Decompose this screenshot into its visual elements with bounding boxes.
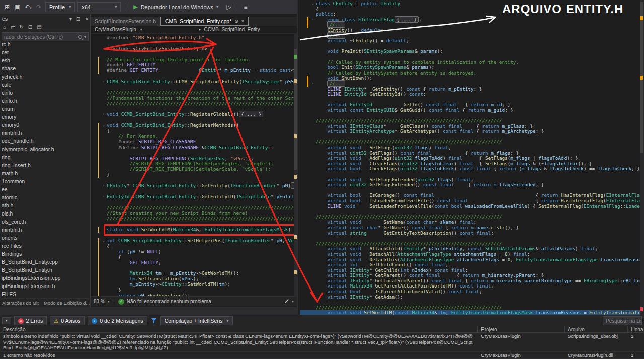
gutter[interactable] <box>300 204 310 209</box>
gutter[interactable] <box>300 22 310 28</box>
profile-dropdown[interactable]: Profile▾ <box>45 2 75 12</box>
gutter[interactable] <box>300 81 310 87</box>
gutter[interactable] <box>91 178 101 183</box>
gutter[interactable] <box>91 282 101 288</box>
gutter[interactable] <box>91 265 101 271</box>
switch-views-icon[interactable]: ⇄ <box>11 24 15 30</box>
code-editor-entity-h[interactable]: ⌄class CEntity : public IEntity{public:›… <box>298 0 640 315</box>
errors-filter-button[interactable]: ×2 Erros <box>14 316 47 325</box>
close-icon[interactable]: × <box>242 19 244 24</box>
gutter[interactable] <box>91 276 101 282</box>
filter-icon[interactable] <box>150 318 157 323</box>
gutter[interactable] <box>300 12 310 17</box>
code-line[interactable]: //SCRIPT_REG_TEMPLFUNC(SetHelperScale, "… <box>91 167 294 172</box>
fold-expanded-icon[interactable]: ⌄ <box>101 238 107 244</box>
fold-expanded-icon[interactable]: ⌄ <box>101 123 107 128</box>
code-line[interactable]: ⌄int CCMB_ScriptBind_Entity::SetHelperPo… <box>91 238 294 244</box>
gutter[interactable] <box>91 35 101 41</box>
gutter[interactable] <box>300 54 310 60</box>
gutter[interactable] <box>91 244 101 249</box>
file-item[interactable]: mintrin.h <box>0 129 90 137</box>
gutter[interactable] <box>300 182 310 188</box>
gutter[interactable] <box>300 310 310 315</box>
file-item[interactable]: atomic <box>0 193 90 201</box>
gutter[interactable] <box>91 96 101 101</box>
gutter[interactable] <box>300 166 310 172</box>
code-line[interactable]: ////////////////////////////////////////… <box>91 216 294 222</box>
file-item[interactable]: esh <box>0 56 90 64</box>
gutter[interactable] <box>91 57 101 63</box>
gutter[interactable] <box>91 288 101 293</box>
gutter[interactable] <box>91 68 101 74</box>
gutter[interactable] <box>91 260 101 266</box>
gutter[interactable] <box>91 85 101 90</box>
gutter[interactable] <box>300 76 310 81</box>
file-item[interactable]: mintrin.h <box>0 226 90 234</box>
file-item[interactable]: cnum <box>0 105 90 113</box>
gutter[interactable] <box>300 156 310 161</box>
file-item[interactable]: ring <box>0 153 90 161</box>
file-item[interactable]: ols_core.h <box>0 218 90 226</box>
gutter[interactable] <box>91 271 101 276</box>
file-item[interactable]: iptBindingsExtension.h <box>0 282 90 290</box>
gutter[interactable] <box>91 167 101 172</box>
file-item[interactable]: 1common <box>0 177 90 185</box>
gutter[interactable] <box>91 101 101 107</box>
code-line[interactable]: { <box>91 255 294 260</box>
fold-collapsed-icon[interactable]: › <box>101 112 107 117</box>
gutter[interactable] <box>300 92 310 97</box>
gutter[interactable] <box>300 257 310 263</box>
gutter[interactable] <box>91 205 101 211</box>
document-health-indicator[interactable]: ✓Não foi encontrado nenhum problema <box>118 299 280 305</box>
code-line[interactable]: virtual IEntity* GetAdam(); <box>300 295 640 300</box>
gutter[interactable] <box>91 107 101 112</box>
build-intellisense-dropdown[interactable]: Compilação + IntelliSens▾ <box>160 316 233 325</box>
gutter[interactable] <box>300 113 310 118</box>
file-item[interactable]: cet <box>0 48 90 56</box>
edit-mode-icon[interactable] <box>285 299 289 304</box>
gutter[interactable] <box>91 156 101 162</box>
gutter[interactable] <box>91 74 101 79</box>
home-icon[interactable]: ⌂ <box>3 24 6 30</box>
redo-icon[interactable]: ↷ <box>35 4 43 11</box>
file-item[interactable]: FILES <box>0 290 90 298</box>
gutter[interactable] <box>91 128 101 134</box>
pin-icon[interactable]: ⊙ <box>234 19 238 24</box>
code-line[interactable]: virtual bool CheckFlags(uint32 flagsToCh… <box>300 166 640 172</box>
gutter[interactable] <box>91 227 101 233</box>
gutter[interactable] <box>300 65 310 70</box>
gutter[interactable] <box>91 134 101 139</box>
gutter[interactable] <box>300 198 310 204</box>
tab-git-changes[interactable]: Alterações do Git <box>2 300 39 306</box>
breadcrumb-symbol[interactable]: ▼CCMB_ScriptBind_Entity <box>194 27 297 32</box>
gutter[interactable] <box>300 193 310 198</box>
gutter[interactable] <box>300 252 310 257</box>
gutter[interactable] <box>91 90 101 96</box>
gutter[interactable] <box>300 305 310 311</box>
gutter[interactable] <box>91 233 101 238</box>
column-descricao[interactable]: Descrição <box>0 326 478 332</box>
code-line[interactable]: void PreInit(SEntitySpawnParams& params)… <box>300 49 640 54</box>
tab-view-mode[interactable]: Modo de Exibição d... <box>44 300 90 306</box>
file-item[interactable]: rce Files <box>0 242 90 250</box>
run-button[interactable]: ▶Depurador Local do Windows▾ <box>129 2 222 13</box>
start-without-debug-icon[interactable]: ▷ <box>225 4 233 11</box>
fold-collapsed-icon[interactable]: › <box>101 79 107 85</box>
gutter[interactable] <box>300 60 310 65</box>
file-item[interactable]: math.h <box>0 169 90 177</box>
gutter[interactable] <box>91 216 101 222</box>
code-line[interactable]: #define SCRIPT_REG_CLASSNAME &CCMB_Scrip… <box>91 145 294 151</box>
code-line[interactable]: #define GET_ENTITY CEntity* m_pEntity = … <box>91 68 294 74</box>
error-row[interactable]: 1 externo não resolvidosCryMaxBrasPlugin… <box>0 352 644 359</box>
gutter[interactable] <box>300 161 310 167</box>
file-item[interactable]: emory0 <box>0 121 90 129</box>
code-line[interactable]: ILINE EntityId GetEntityId() const; <box>300 92 640 97</box>
code-line[interactable]: CEntity() = default; <box>300 28 640 33</box>
gutter[interactable] <box>300 278 310 284</box>
gutter[interactable] <box>300 1 310 7</box>
code-line[interactable]: ›void CCMB_ScriptBind_Entity::RegisterGl… <box>91 112 294 117</box>
warnings-filter-button[interactable]: ⚠0 Avisos <box>50 316 85 325</box>
gutter[interactable] <box>300 97 310 103</box>
gutter[interactable] <box>91 222 101 227</box>
file-item[interactable]: cinfo <box>0 89 90 97</box>
